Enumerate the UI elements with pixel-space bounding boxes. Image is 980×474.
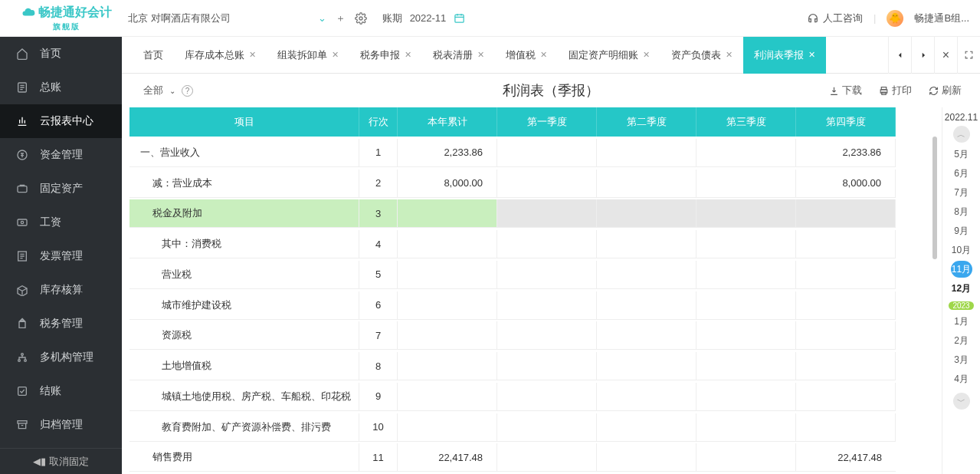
month-item[interactable]: 7月	[951, 184, 972, 201]
sidebar-collapse[interactable]: ◀▮ 取消固定	[0, 448, 122, 474]
sidebar-item-org[interactable]: 多机构管理	[0, 341, 122, 374]
tab[interactable]: 增值税✕	[495, 37, 558, 74]
print-button[interactable]: 打印	[879, 84, 912, 97]
row-name[interactable]: 税金及附加	[129, 199, 359, 228]
invoice-icon	[15, 250, 29, 262]
row-name[interactable]: 城镇土地使用税、房产税、车船税、印花税	[129, 383, 359, 411]
row-q3	[696, 139, 796, 167]
row-q2	[597, 199, 696, 228]
chevron-down-icon: ⌄	[169, 87, 175, 95]
support-link[interactable]: 人工咨询	[807, 12, 863, 25]
close-icon[interactable]: ✕	[405, 50, 411, 60]
close-icon[interactable]: ✕	[540, 50, 547, 60]
row-q1	[497, 261, 597, 289]
close-icon[interactable]: ✕	[808, 50, 815, 60]
month-item[interactable]: 1月	[951, 313, 972, 330]
sidebar-item-funds[interactable]: 资金管理	[0, 138, 122, 172]
tab-fullscreen[interactable]	[957, 37, 980, 74]
month-item[interactable]: 8月	[951, 203, 972, 220]
sidebar-item-label: 云报表中心	[40, 114, 93, 128]
gear-icon[interactable]	[355, 12, 367, 25]
period-label: 账期	[382, 12, 402, 25]
month-scroll-up[interactable]: ︿	[953, 126, 970, 143]
tab[interactable]: 库存成本总账✕	[174, 37, 267, 74]
sidebar-item-tax[interactable]: 税务管理	[0, 307, 122, 341]
sidebar-item-inventory[interactable]: 库存核算	[0, 273, 122, 307]
tab[interactable]: 首页	[133, 37, 174, 74]
close-icon[interactable]: ✕	[332, 50, 339, 60]
row-q4: 8,000.00	[796, 170, 896, 198]
row-name[interactable]: 其中：消费税	[129, 230, 359, 258]
tab[interactable]: 组装拆卸单✕	[267, 37, 349, 74]
close-icon[interactable]: ✕	[643, 50, 650, 60]
month-item[interactable]: 4月	[951, 370, 972, 387]
sidebar-item-label: 发票管理	[40, 249, 83, 263]
month-item[interactable]: 12月	[951, 280, 972, 297]
month-scroll-down[interactable]: ﹀	[953, 393, 970, 410]
tab-scroll-left[interactable]	[888, 37, 911, 74]
row-name[interactable]: 一、营业收入	[129, 139, 359, 167]
row-q3	[696, 413, 796, 442]
row-name[interactable]: 土地增值税	[129, 352, 359, 380]
month-item[interactable]: 6月	[951, 165, 972, 182]
tab[interactable]: 资产负债表✕	[660, 37, 743, 74]
month-item[interactable]: 3月	[951, 351, 972, 368]
row-q4	[796, 230, 896, 258]
tab-scroll-right[interactable]	[911, 37, 934, 74]
row-total	[398, 383, 497, 411]
row-q2	[597, 170, 696, 198]
period-selector[interactable]: 账期 2022-11	[382, 12, 466, 25]
table-wrap: 项目行次本年累计第一季度第二季度第三季度第四季度一、营业收入12,233.862…	[122, 107, 980, 474]
plus-icon[interactable]: ＋	[336, 12, 346, 25]
company-selector[interactable]: 北京 对啊酒店有限公司 ⌄ ＋	[122, 12, 367, 25]
sidebar-item-close[interactable]: 结账	[0, 374, 122, 408]
cloud-logo-icon	[21, 5, 35, 19]
row-name[interactable]: 销售费用	[129, 443, 359, 472]
user-avatar[interactable]: 🐥	[887, 10, 903, 27]
column-header: 本年累计	[398, 107, 497, 137]
tab-label: 固定资产明细账	[569, 48, 638, 62]
month-item[interactable]: 10月	[951, 242, 972, 258]
row-q2	[597, 139, 696, 167]
month-item[interactable]: 9月	[951, 222, 972, 239]
sidebar-item-assets[interactable]: 固定资产	[0, 172, 122, 206]
tab[interactable]: 固定资产明细账✕	[558, 37, 660, 74]
main-area: 首页库存成本总账✕组装拆卸单✕税务申报✕税表清册✕增值税✕固定资产明细账✕资产负…	[122, 37, 980, 474]
close-icon[interactable]: ✕	[249, 50, 256, 60]
row-total: 2,233.86	[398, 139, 497, 167]
row-seq: 8	[359, 352, 398, 380]
svg-point-10	[25, 360, 27, 362]
close-icon[interactable]: ✕	[726, 50, 733, 60]
sidebar-item-ledger[interactable]: 总账	[0, 71, 122, 104]
sidebar-item-invoice[interactable]: 发票管理	[0, 239, 122, 273]
sidebar-item-archive[interactable]: 归档管理	[0, 408, 122, 442]
svg-rect-12	[18, 421, 27, 423]
row-name[interactable]: 营业税	[129, 261, 359, 289]
download-button[interactable]: 下载	[829, 84, 862, 97]
row-total: 22,417.48	[398, 443, 497, 472]
tab[interactable]: 税务申报✕	[349, 37, 422, 74]
month-item[interactable]: 11月	[951, 261, 972, 278]
help-icon[interactable]: ?	[182, 85, 193, 97]
row-name[interactable]: 资源税	[129, 321, 359, 350]
sidebar-item-home[interactable]: 首页	[0, 37, 122, 71]
sidebar-item-reports[interactable]: 云报表中心	[0, 104, 122, 138]
tab-close-all[interactable]: ×	[934, 37, 957, 74]
tab[interactable]: 利润表季报✕	[743, 37, 826, 74]
sidebar-item-salary[interactable]: 工资	[0, 206, 122, 239]
month-item[interactable]: 5月	[951, 146, 972, 163]
row-name[interactable]: 城市维护建设税	[129, 291, 359, 320]
row-total	[398, 199, 497, 228]
row-name[interactable]: 教育费附加、矿产资源补偿费、排污费	[129, 413, 359, 442]
month-item[interactable]: 2月	[951, 332, 972, 349]
vertical-scrollbar[interactable]	[931, 137, 937, 474]
row-q1	[497, 352, 597, 380]
refresh-button[interactable]: 刷新	[929, 84, 962, 97]
user-name[interactable]: 畅捷通B组...	[914, 12, 969, 25]
close-icon[interactable]: ✕	[477, 50, 484, 60]
row-seq: 11	[359, 443, 398, 472]
tab[interactable]: 税表清册✕	[422, 37, 495, 74]
filter-all[interactable]: 全部 ⌄ ?	[143, 84, 193, 97]
tab-label: 利润表季报	[754, 48, 804, 62]
row-name[interactable]: 减：营业成本	[129, 170, 359, 198]
